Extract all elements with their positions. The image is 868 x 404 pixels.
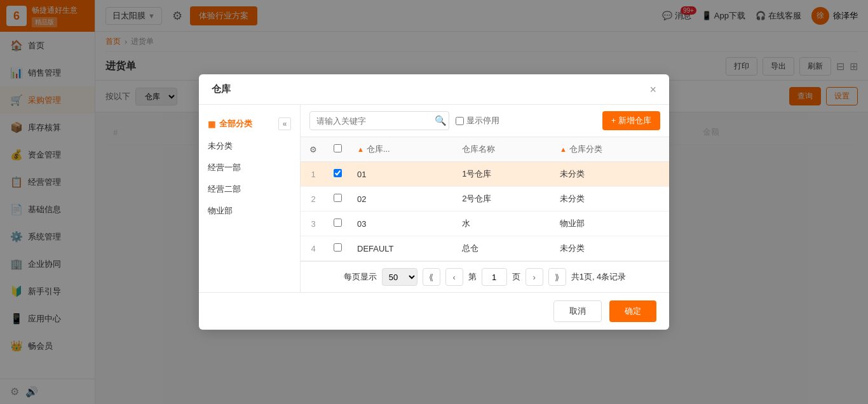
sort-icon: ▲ <box>357 145 364 153</box>
show-disabled-label[interactable]: 显示停用 <box>456 115 499 126</box>
modal-search-input[interactable] <box>310 113 430 129</box>
row-code: 03 <box>349 212 454 236</box>
modal-search-btn[interactable]: 🔍 <box>430 112 449 130</box>
per-page-label: 每页显示 <box>344 271 377 283</box>
prev-page-btn[interactable]: ‹ <box>445 268 463 286</box>
th-code: ▲ 仓库... <box>349 137 454 162</box>
sort-icon2: ▲ <box>560 145 567 153</box>
row-name: 2号仓库 <box>454 187 552 212</box>
row-num: 4 <box>301 236 326 261</box>
table-row[interactable]: 1 01 1号仓库 未分类 <box>301 162 669 187</box>
page-label-pre: 第 <box>468 271 477 283</box>
cat-item-property[interactable]: 物业部 <box>199 200 300 222</box>
last-page-btn[interactable]: ⟫ <box>548 268 566 286</box>
page-number-input[interactable] <box>482 268 507 286</box>
cat-all-header[interactable]: ▦ 全部分类 « <box>199 112 300 135</box>
row-checkbox[interactable] <box>334 194 342 202</box>
row-code: 01 <box>349 162 454 187</box>
modal-close-btn[interactable]: × <box>649 84 656 95</box>
table-row[interactable]: 2 02 2号仓库 未分类 <box>301 187 669 212</box>
row-num: 2 <box>301 187 326 212</box>
th-code-label: 仓库... <box>367 144 390 155</box>
select-all-checkbox[interactable] <box>334 144 342 152</box>
row-code: DEFAULT <box>349 236 454 261</box>
row-name: 总仓 <box>454 236 552 261</box>
cancel-btn[interactable]: 取消 <box>553 300 602 322</box>
warehouse-modal: 仓库 × ▦ 全部分类 « 未分类 经营一部 经营二部 物业部 <box>199 74 669 330</box>
grid-icon: ▦ <box>208 119 215 129</box>
row-category: 物业部 <box>552 212 669 236</box>
row-code: 02 <box>349 187 454 212</box>
cat-item-ops2[interactable]: 经营二部 <box>199 178 300 200</box>
modal-right-panel: 🔍 显示停用 + 新增仓库 ⚙ <box>301 105 669 292</box>
row-category: 未分类 <box>552 162 669 187</box>
per-page-select[interactable]: 50 10 20 100 <box>382 268 417 286</box>
th-name: 仓库名称 <box>454 137 552 162</box>
table-row[interactable]: 3 03 水 物业部 <box>301 212 669 236</box>
modal-title: 仓库 <box>212 83 231 95</box>
total-info: 共1页, 4条记录 <box>571 271 627 283</box>
table-row[interactable]: 4 DEFAULT 总仓 未分类 <box>301 236 669 261</box>
modal-categories: ▦ 全部分类 « 未分类 经营一部 经营二部 物业部 <box>199 105 301 292</box>
page-label: 页 <box>512 271 520 283</box>
modal-search-wrap: 🔍 <box>309 111 449 130</box>
new-warehouse-btn[interactable]: + 新增仓库 <box>602 111 660 130</box>
th-category-label: 仓库分类 <box>569 144 602 155</box>
row-checkbox[interactable] <box>334 219 342 227</box>
row-num: 3 <box>301 212 326 236</box>
modal-warehouse-table: ⚙ ▲ 仓库... 仓库名称 <box>301 137 669 261</box>
row-category: 未分类 <box>552 236 669 261</box>
modal-footer: 取消 确定 <box>199 292 669 330</box>
cat-item-ops1[interactable]: 经营一部 <box>199 157 300 178</box>
row-name: 1号仓库 <box>454 162 552 187</box>
modal-toolbar: 🔍 显示停用 + 新增仓库 <box>301 105 669 137</box>
modal-table-wrap: ⚙ ▲ 仓库... 仓库名称 <box>301 137 669 261</box>
th-checkbox <box>326 137 349 162</box>
row-category: 未分类 <box>552 187 669 212</box>
modal-body: ▦ 全部分类 « 未分类 经营一部 经营二部 物业部 🔍 <box>199 105 669 292</box>
row-checkbox-cell <box>326 187 349 212</box>
first-page-btn[interactable]: ⟪ <box>423 268 440 286</box>
modal-pagination: 每页显示 50 10 20 100 ⟪ ‹ 第 页 › ⟫ 共1页, 4条记录 <box>301 261 669 292</box>
row-checkbox-cell <box>326 162 349 187</box>
cat-all-label: 全部分类 <box>219 118 252 130</box>
row-num: 1 <box>301 162 326 187</box>
row-checkbox[interactable] <box>334 169 342 177</box>
confirm-btn[interactable]: 确定 <box>609 300 656 322</box>
th-category: ▲ 仓库分类 <box>552 137 669 162</box>
row-name: 水 <box>454 212 552 236</box>
cat-collapse-btn[interactable]: « <box>278 118 291 130</box>
cat-item-unclassified[interactable]: 未分类 <box>199 135 300 157</box>
row-checkbox-cell <box>326 212 349 236</box>
modal-overlay: 仓库 × ▦ 全部分类 « 未分类 经营一部 经营二部 物业部 <box>0 0 868 404</box>
modal-header: 仓库 × <box>199 74 669 105</box>
th-gear[interactable]: ⚙ <box>301 137 326 162</box>
row-checkbox[interactable] <box>334 243 342 252</box>
row-checkbox-cell <box>326 236 349 261</box>
show-disabled-checkbox[interactable] <box>456 117 464 125</box>
next-page-btn[interactable]: › <box>526 268 543 286</box>
show-disabled-text: 显示停用 <box>466 115 499 126</box>
